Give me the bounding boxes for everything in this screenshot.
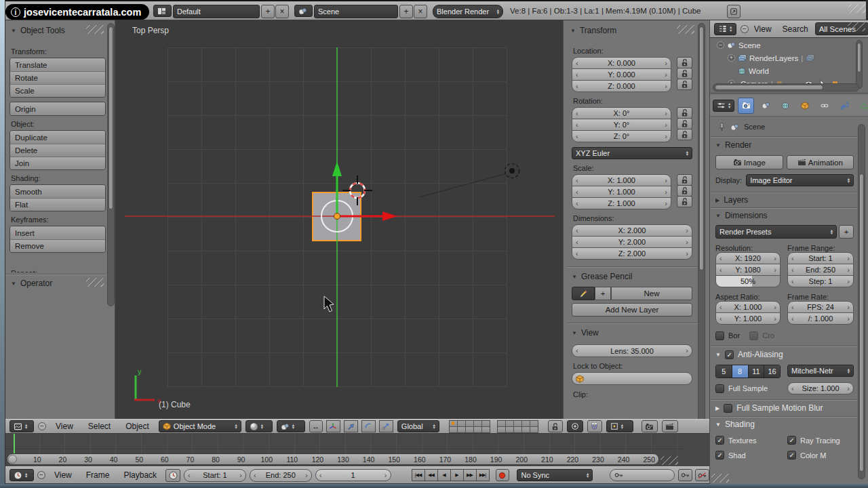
play-button[interactable]: ▶: [450, 469, 464, 481]
y-axis-arrow[interactable]: [332, 161, 342, 176]
insert-keyframe-button[interactable]: [678, 469, 692, 481]
grease-pencil-plus-button[interactable]: +: [595, 287, 611, 300]
increment-arrow[interactable]: ›: [686, 346, 688, 355]
increment-arrow[interactable]: ›: [665, 120, 667, 129]
location-lock-z[interactable]: [677, 79, 692, 90]
textures-checkbox[interactable]: ✓: [715, 436, 724, 445]
decrement-arrow[interactable]: ‹: [576, 70, 578, 79]
location-lock-y[interactable]: [677, 68, 692, 79]
menu-select[interactable]: Select: [83, 422, 116, 431]
collapse-menus-button[interactable]: −: [38, 422, 46, 430]
scale-lock-y[interactable]: [677, 185, 692, 197]
decrement-arrow[interactable]: ‹: [791, 253, 794, 263]
increment-arrow[interactable]: ›: [665, 58, 667, 68]
layer-cell[interactable]: [474, 421, 481, 426]
dimensions-x[interactable]: ‹X: 2.000›: [572, 224, 692, 237]
increment-arrow[interactable]: ›: [774, 265, 776, 274]
rotation-mode-select[interactable]: XYZ Euler▴▾: [572, 147, 692, 159]
shading-panel-header[interactable]: ▼Shading: [715, 420, 854, 429]
tool-button-duplicate[interactable]: Duplicate: [10, 131, 105, 144]
tool-button-delete[interactable]: Delete: [10, 144, 105, 157]
editor-type-button[interactable]: ▴▾: [9, 420, 34, 432]
rotate-manipulator-button[interactable]: [361, 420, 376, 432]
tool-button-translate[interactable]: Translate: [10, 58, 105, 71]
partial-checkbox[interactable]: ✓: [787, 451, 796, 460]
resolution-x[interactable]: ‹X: 1920›: [715, 252, 781, 264]
render-image-button[interactable]: Image: [715, 155, 783, 169]
window-fullscreen-button[interactable]: [727, 5, 741, 18]
next-keyframe-button[interactable]: ▶▶: [463, 469, 477, 481]
aa-sample-5[interactable]: 5: [716, 365, 732, 378]
tool-button-flat[interactable]: Flat: [10, 198, 105, 211]
full-sample-checkbox[interactable]: [715, 384, 724, 393]
frame-step[interactable]: ‹Step: 1›: [787, 275, 854, 287]
scrollbar-thumb[interactable]: [859, 174, 864, 472]
tab-render[interactable]: [738, 98, 754, 114]
layout-close-button[interactable]: ×: [275, 5, 289, 18]
location-z[interactable]: ‹Z: 0.000›: [572, 80, 671, 92]
increment-arrow[interactable]: ›: [686, 237, 688, 247]
decrement-arrow[interactable]: ‹: [719, 302, 722, 312]
view-panel-header[interactable]: ▼View: [572, 328, 692, 338]
anti-aliasing-panel-header-checkbox[interactable]: ✓: [725, 350, 734, 359]
play-reverse-button[interactable]: ◀: [437, 469, 451, 481]
layer-cell[interactable]: [498, 421, 505, 426]
frame-start[interactable]: ‹Start: 1›: [787, 252, 854, 264]
decrement-arrow[interactable]: ‹: [719, 265, 722, 274]
display-select[interactable]: Image Editor▴▾: [746, 174, 854, 186]
scene-icon-button[interactable]: [294, 5, 313, 17]
decrement-arrow[interactable]: ‹: [254, 470, 256, 480]
increment-arrow[interactable]: ›: [847, 302, 850, 312]
jump-to-end-button[interactable]: ▶▶|: [476, 469, 490, 481]
increment-arrow[interactable]: ›: [847, 265, 850, 274]
area-corner-grip[interactable]: [660, 456, 678, 465]
viewport-3d[interactable]: y x Top Persp (1) Cube: [115, 20, 563, 419]
outliner-hscrollbar[interactable]: [713, 83, 859, 92]
border-checkbox[interactable]: [715, 331, 724, 340]
location-y[interactable]: ‹Y: 0.000›: [572, 68, 671, 81]
aa-filter-select[interactable]: Mitchell-Netr▴▾: [787, 365, 854, 377]
outliner-item-renderlayers[interactable]: +RenderLayers|: [714, 52, 856, 64]
layer-cell[interactable]: [482, 421, 490, 426]
location-lock-x[interactable]: [677, 57, 692, 68]
layer-cell[interactable]: [530, 427, 538, 432]
snap-toggle[interactable]: [587, 420, 602, 432]
delete-keyframe-button[interactable]: [695, 469, 709, 481]
layer-cell[interactable]: [466, 421, 473, 426]
tool-button-remove[interactable]: Remove: [10, 239, 105, 252]
tool-button-insert[interactable]: Insert: [10, 226, 105, 239]
decrement-arrow[interactable]: ‹: [791, 314, 794, 323]
frame-start-field[interactable]: ‹Start: 1›: [184, 469, 246, 482]
lock-to-scene-button[interactable]: [548, 420, 563, 432]
frame-end[interactable]: ‹End: 250›: [787, 264, 854, 276]
layers-widget-1[interactable]: [449, 420, 490, 433]
aa-sample-8[interactable]: 8: [732, 365, 748, 378]
layer-cell[interactable]: [506, 427, 513, 432]
object-origin-dot[interactable]: [334, 214, 340, 220]
n-panel-scrollbar[interactable]: [698, 23, 705, 419]
ray-tracing-checkbox[interactable]: ✓: [787, 436, 796, 445]
decrement-arrow[interactable]: ‹: [576, 199, 578, 208]
object-tools-panel-header[interactable]: ▼ Object Tools: [11, 26, 65, 35]
frame-end-field[interactable]: ‹End: 250›: [250, 469, 312, 482]
outliner-item-world[interactable]: World: [714, 64, 856, 77]
layer-cell[interactable]: [522, 421, 530, 426]
layer-cell[interactable]: [450, 427, 457, 432]
decrement-arrow[interactable]: ‹: [791, 302, 794, 312]
translate-manipulator[interactable]: [321, 161, 397, 232]
aa-sample-16[interactable]: 16: [764, 365, 780, 378]
layer-cell[interactable]: [466, 427, 473, 432]
render-panel-header[interactable]: ▼Render: [715, 140, 854, 150]
scrollbar-thumb[interactable]: [715, 85, 823, 90]
increment-arrow[interactable]: ›: [239, 470, 242, 480]
scale-manipulator-button[interactable]: [379, 420, 393, 432]
pivot-point-select[interactable]: ▴▾: [277, 420, 305, 432]
decrement-arrow[interactable]: ‹: [576, 58, 578, 68]
current-frame-field[interactable]: ‹1›: [315, 469, 391, 481]
scrollbar-thumb[interactable]: [699, 26, 704, 270]
presets-add-button[interactable]: +: [839, 225, 854, 239]
jump-to-start-button[interactable]: |◀◀: [412, 469, 425, 481]
increment-arrow[interactable]: ›: [665, 131, 667, 141]
increment-arrow[interactable]: ›: [384, 470, 387, 480]
pin-icon[interactable]: [718, 123, 726, 131]
